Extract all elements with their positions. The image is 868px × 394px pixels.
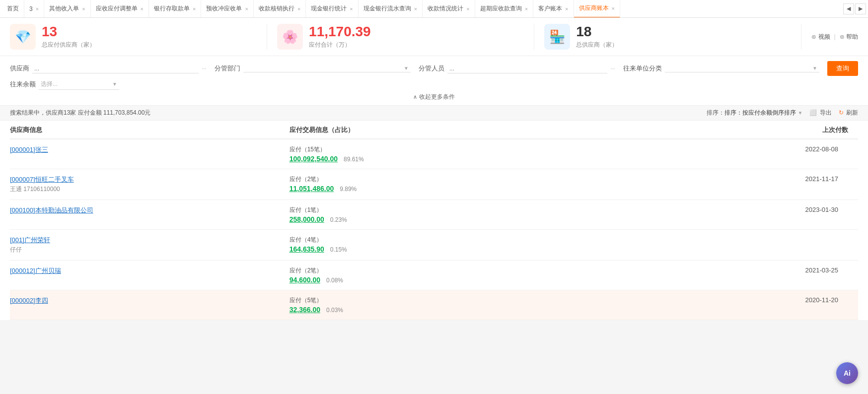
transaction-info-1: 应付（15笔） 100,092,540.00 89.61% [289, 145, 625, 163]
nav-tab-receipt-stat[interactable]: 收款情况统计 × [423, 0, 475, 18]
close-icon[interactable]: × [565, 6, 568, 12]
close-icon[interactable]: × [525, 6, 528, 12]
refresh-button[interactable]: ↻ 刷新 [839, 109, 858, 117]
manager-dots-icon[interactable]: ··· [610, 66, 615, 71]
txn-amount-2[interactable]: 11,051,486.00 [289, 185, 334, 193]
close-icon[interactable]: × [466, 6, 469, 12]
txn-row-3: 258,000.00 0.23% [289, 215, 625, 223]
close-icon[interactable]: × [414, 6, 417, 12]
close-icon[interactable]: × [245, 6, 248, 12]
filter-manager: 分管人员 ··· [419, 64, 615, 73]
nav-tab-cash-bank-stat[interactable]: 现金银行统计 × [306, 0, 358, 18]
close-icon[interactable]: × [141, 6, 144, 12]
stat-card-payable-total: 🌸 11,170.39 应付合计（万） [267, 24, 534, 50]
txn-row-1: 100,092,540.00 89.61% [289, 155, 625, 163]
nav-tab-home-label: 首页 [7, 4, 19, 13]
txn-amount-5[interactable]: 94,600.00 [289, 276, 320, 284]
txn-amount-3[interactable]: 258,000.00 [289, 215, 324, 223]
nav-tab-customer-ledger-label: 客户账本 [538, 4, 562, 13]
chevron-down-icon: ▼ [112, 81, 117, 87]
nav-arrows: ◀ ▶ [843, 3, 866, 14]
nav-tab-bank-deposit-label: 银行存取款单 [154, 4, 190, 13]
supplier-input[interactable] [32, 64, 199, 73]
supplier-payable-label: 总应付供应商（家） [42, 41, 95, 49]
collapse-button[interactable]: ∧ 收起更多条件 [413, 93, 455, 101]
supplier-link-3[interactable]: [000100]本特勤油品有限公司 [10, 206, 289, 215]
stat-card-total-supplier: 🏪 18 总供应商（家） [534, 24, 801, 50]
txn-pct-1: 89.61% [344, 156, 364, 163]
top-right-links: ⊙ 视频 | ⊙ 帮助 [801, 33, 858, 41]
nav-tab-supplier-ledger-label: 供应商账本 [579, 4, 609, 12]
sort-value[interactable]: 排序：按应付余额倒序排序 [724, 109, 796, 116]
chevron-down-icon: ▼ [404, 66, 409, 71]
filter-area: 供应商 ··· 分管部门 ▼ 分管人员 ··· 往来单位分类 ▼ 查询 往来 [0, 56, 868, 106]
table-row: [000002]李四 应付（5笔） 32,366.00 0.03% 2020-1… [10, 290, 858, 320]
supplier-link-5[interactable]: [000012]广州贝瑞 [10, 266, 289, 275]
video-link[interactable]: ⊙ 视频 [811, 33, 830, 41]
lastpay-6: 2020-11-20 [625, 296, 858, 304]
lastpay-5: 2021-03-25 [625, 266, 858, 274]
supplier-info-4: [001]广州荣轩 仔仔 [10, 236, 289, 254]
nav-tab-receipt-verify[interactable]: 收款核销执行 × [254, 0, 306, 18]
txn-row-6: 32,366.00 0.03% [289, 306, 625, 314]
lastpay-date-2: 2021-11-17 [805, 175, 849, 183]
lastpay-date-3: 2023-01-30 [805, 206, 849, 213]
close-icon[interactable]: × [193, 6, 196, 12]
txn-amount-6[interactable]: 32,366.00 [289, 306, 320, 314]
supplier-payable-icon: 💎 [10, 24, 36, 50]
help-link[interactable]: ⊙ 帮助 [840, 33, 858, 41]
supplier-info-2: [000007]恒旺二手叉车 王通 17106110000 [10, 175, 289, 194]
top-navigation: 首页 3 × 其他收入单 × 应收应付调整单 × 银行存取款单 × 预收冲应收单… [0, 0, 868, 18]
supplier-dots-icon[interactable]: ··· [202, 66, 206, 71]
txn-label-3: 应付（1笔） [289, 206, 625, 214]
supplier-link-6[interactable]: [000002]李四 [10, 296, 289, 305]
stat-card-payable-total-info: 11,170.39 应付合计（万） [309, 24, 371, 49]
unit-type-select[interactable]: ▼ [665, 65, 820, 72]
collapse-label: 收起更多条件 [419, 93, 455, 101]
table-row: [000007]恒旺二手叉车 王通 17106110000 应付（2笔） 11,… [10, 169, 858, 200]
txn-pct-6: 0.03% [326, 307, 343, 314]
close-icon[interactable]: × [82, 6, 85, 12]
transaction-info-2: 应付（2笔） 11,051,486.00 9.89% [289, 175, 625, 193]
close-icon[interactable]: × [350, 6, 353, 12]
nav-tab-customer-ledger[interactable]: 客户账本 × [533, 0, 574, 18]
nav-tab-bank-deposit[interactable]: 银行存取款单 × [149, 0, 201, 18]
transaction-info-5: 应付（2笔） 94,600.00 0.08% [289, 266, 625, 284]
nav-prev-button[interactable]: ◀ [843, 3, 854, 14]
nav-tab-ar-ap-adjust[interactable]: 应收应付调整单 × [91, 0, 149, 18]
result-bar-right: 排序：排序：按应付余额倒序排序 ▼ ⬜ 导出 ↻ 刷新 [707, 109, 858, 117]
nav-tab-cash-bank-flow[interactable]: 现金银行流水查询 × [359, 0, 423, 18]
nav-tab-supplier-ledger[interactable]: 供应商账本 × [574, 0, 620, 18]
nav-tab-3[interactable]: 3 × [24, 0, 44, 18]
col-header-supplier: 供应商信息 [10, 126, 289, 134]
filter-balance: 往来余额 选择... ▼ [10, 79, 119, 90]
supplier-link-2[interactable]: [000007]恒旺二手叉车 [10, 175, 289, 184]
close-icon[interactable]: × [612, 5, 615, 11]
nav-tab-overdue-ar[interactable]: 超期应收款查询 × [475, 0, 533, 18]
nav-next-button[interactable]: ▶ [855, 3, 866, 14]
txn-label-5: 应付（2笔） [289, 266, 625, 275]
supplier-link-1[interactable]: [000001]张三 [10, 145, 289, 154]
department-select[interactable]: ▼ [243, 65, 411, 72]
filter-balance-label: 往来余额 [10, 80, 36, 89]
txn-amount-4[interactable]: 164,635.90 [289, 245, 324, 253]
filter-unit-type: 往来单位分类 ▼ [623, 64, 820, 73]
nav-tab-home[interactable]: 首页 [2, 0, 24, 18]
query-button[interactable]: 查询 [827, 61, 858, 76]
close-icon[interactable]: × [36, 6, 39, 12]
nav-tab-other-income-label: 其他收入单 [49, 4, 79, 13]
export-label: 导出 [820, 109, 832, 116]
nav-tab-prepay-ar[interactable]: 预收冲应收单 × [201, 0, 253, 18]
supplier-link-4[interactable]: [001]广州荣轩 [10, 236, 289, 245]
filter-manager-label: 分管人员 [419, 64, 444, 73]
lastpay-4 [625, 236, 858, 243]
nav-tab-receipt-verify-label: 收款核销执行 [259, 4, 294, 13]
nav-tab-other-income[interactable]: 其他收入单 × [44, 0, 90, 18]
txn-amount-1[interactable]: 100,092,540.00 [289, 155, 338, 163]
manager-input[interactable] [447, 64, 607, 73]
export-button[interactable]: ⬜ 导出 [809, 109, 831, 117]
close-icon[interactable]: × [297, 6, 300, 12]
balance-select[interactable]: 选择... ▼ [39, 79, 119, 90]
txn-pct-2: 9.89% [340, 186, 357, 193]
result-bar: 搜索结果中，供应商13家 应付金额 111,703,854.00元 排序：排序：… [0, 106, 868, 121]
